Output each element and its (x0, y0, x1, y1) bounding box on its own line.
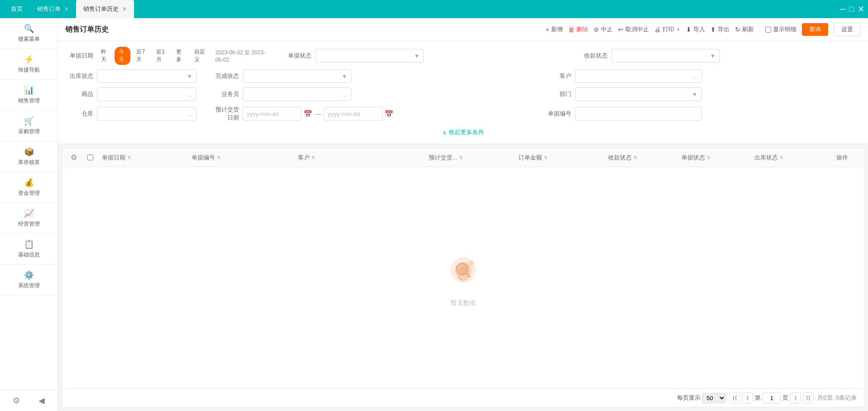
goods-label: 商品 (65, 90, 97, 98)
th-amount[interactable]: 订单金额 ⇅ (515, 154, 604, 162)
print-button[interactable]: 🖨 打印 ▼ (654, 25, 681, 34)
date-label: 单据日期 (65, 52, 97, 60)
out-status-select[interactable]: ▼ (97, 69, 197, 83)
th-out-status[interactable]: 出库状态 ⇅ (751, 154, 824, 162)
display-toggle-checkbox[interactable] (765, 27, 771, 33)
goods-input[interactable]: ... (97, 87, 197, 101)
refresh-icon: ↻ (735, 26, 740, 33)
tab-home[interactable]: 首页 (4, 0, 30, 18)
date-btn-more[interactable]: 更多 (172, 47, 188, 65)
sidebar-item-ops-mgmt[interactable]: 📈 经营管理 (0, 203, 58, 234)
th-pay-status[interactable]: 收款状态 ⇅ (604, 154, 678, 162)
page-title: 销售订单历史 (65, 25, 109, 34)
collapse-btn[interactable]: ∧ 收起更多条件 (442, 126, 484, 138)
delivery-date-label: 预计交货日期 (211, 106, 243, 122)
sort-delivery-icon: ⇅ (459, 155, 463, 160)
quick-nav-icon: ⚡ (24, 54, 34, 64)
date-btn-custom[interactable]: 自定义 (190, 47, 210, 65)
purchase-mgmt-icon: 🛒 (24, 116, 34, 126)
tab-sales-order-close[interactable]: ✕ (64, 6, 69, 12)
page-header: 销售订单历史 + 新增 🗑 删除 ⊘ 中止 ↩ 取消中止 (58, 18, 868, 41)
pay-status-chevron: ▼ (710, 53, 716, 59)
date-btn-yesterday[interactable]: 昨天 (97, 47, 113, 65)
delivery-date-start-calendar[interactable]: 📅 (303, 110, 312, 118)
table-settings-btn[interactable]: ⚙ (66, 153, 82, 162)
sidebar-item-search-menu[interactable]: 🔍 搜索菜单 (0, 18, 58, 49)
settings-button[interactable]: 设置 (834, 23, 861, 36)
next-page-btn[interactable]: ⟩ (790, 392, 801, 403)
sidebar-item-label: 经营管理 (18, 220, 40, 228)
th-bill-status[interactable]: 单据状态 ⇅ (678, 154, 751, 162)
salesman-input[interactable]: ... (243, 87, 351, 101)
sidebar-item-inventory[interactable]: 📦 库存核算 (0, 141, 58, 172)
cancel-stop-button[interactable]: ↩ 取消中止 (618, 25, 649, 34)
window-maximize[interactable]: □ (849, 5, 854, 14)
window-close[interactable]: ✕ (858, 4, 864, 14)
export-icon: ⬆ (710, 26, 716, 33)
complete-status-select[interactable]: ▼ (243, 69, 351, 83)
table-select-all[interactable] (82, 155, 98, 160)
window-controls: ─ □ ✕ (839, 4, 864, 14)
dept-select[interactable]: ▼ (575, 87, 702, 101)
stop-icon: ⊘ (594, 26, 599, 33)
sidebar-item-label: 销售管理 (18, 97, 40, 105)
toolbar: + 新增 🗑 删除 ⊘ 中止 ↩ 取消中止 🖨 打印 (546, 23, 861, 36)
empty-illustration (441, 248, 486, 294)
table-area: ⚙ 单据日期 ⇅ 单据编号 ⇅ 客户 ⇅ 预计交货... (62, 148, 864, 407)
sidebar-item-label: 搜索菜单 (18, 35, 40, 43)
delivery-date-start[interactable]: yyyy-mm-dd (243, 107, 302, 121)
page-input[interactable] (762, 392, 781, 403)
stop-button[interactable]: ⊘ 中止 (594, 25, 613, 34)
tab-sales-order-history[interactable]: 销售订单历史 ✕ (76, 0, 134, 18)
delete-button[interactable]: 🗑 删除 (568, 25, 588, 34)
print-dropdown-icon: ▼ (676, 27, 681, 32)
display-toggle: 显示明细 (765, 25, 796, 34)
import-button[interactable]: ⬇ 导入 (686, 25, 705, 34)
dept-chevron: ▼ (692, 91, 698, 98)
warehouse-input[interactable]: ... (97, 107, 197, 121)
sidebar-collapse-icon[interactable]: ◀ (38, 396, 45, 406)
sidebar-item-base-info[interactable]: 📋 基础信息 (0, 234, 58, 265)
th-date[interactable]: 单据日期 ⇅ (98, 154, 188, 162)
date-btn-1month[interactable]: 近1月 (152, 47, 170, 65)
sidebar-settings-icon[interactable]: ⚙ (13, 396, 20, 406)
export-button[interactable]: ⬆ 导出 (710, 25, 729, 34)
sidebar-item-purchase-mgmt[interactable]: 🛒 采购管理 (0, 111, 58, 141)
date-btn-7days[interactable]: 近7天 (132, 47, 150, 65)
prev-page-btn[interactable]: ⟨ (742, 392, 753, 403)
query-button[interactable]: 查询 (802, 23, 828, 36)
delivery-date-end[interactable]: yyyy-mm-dd (324, 107, 383, 121)
tab-sales-order[interactable]: 销售订单 ✕ (30, 0, 76, 18)
sort-bill-status-icon: ⇅ (707, 155, 710, 160)
th-customer[interactable]: 客户 ⇅ (294, 154, 425, 162)
sidebar-item-label: 系统管理 (18, 282, 40, 290)
per-page-dropdown[interactable]: 50 10 20 100 (702, 393, 726, 403)
delivery-date-end-calendar[interactable]: 📅 (384, 110, 393, 118)
refresh-button[interactable]: ↻ 刷新 (735, 25, 754, 34)
select-all-checkbox[interactable] (87, 155, 93, 160)
bill-status-select[interactable]: ▼ (315, 49, 424, 63)
import-icon: ⬇ (686, 26, 691, 33)
sidebar-item-sales-mgmt[interactable]: 📊 销售管理 (0, 80, 58, 111)
sidebar-item-quick-nav[interactable]: ⚡ 快捷导航 (0, 49, 58, 80)
cancel-stop-icon: ↩ (618, 26, 623, 33)
filter-row-warehouse: 仓库 ... 预计交货日期 yyyy-mm-dd 📅 — yyyy-mm-dd … (65, 106, 861, 122)
sort-number-icon: ⇅ (217, 155, 221, 160)
tab-sales-order-history-close[interactable]: ✕ (122, 6, 127, 12)
last-page-btn[interactable]: ⟩⟩ (803, 392, 814, 403)
date-btn-today[interactable]: 今天 (115, 47, 130, 65)
th-delivery[interactable]: 预计交货... ⇅ (425, 154, 515, 162)
sidebar-item-finance[interactable]: 💰 资金管理 (0, 172, 58, 203)
sort-out-status-icon: ⇅ (780, 155, 783, 160)
pay-status-select[interactable]: ▼ (611, 49, 720, 63)
bill-number-input[interactable] (575, 107, 702, 121)
add-button[interactable]: + 新增 (546, 25, 563, 34)
first-page-btn[interactable]: ⟨⟨ (729, 392, 740, 403)
date-control: 昨天 今天 近7天 近1月 更多 自定义 2023-06-02 至 2023-0… (97, 47, 269, 65)
customer-input[interactable]: ... (575, 69, 702, 83)
sidebar-item-sys-mgmt[interactable]: ⚙️ 系统管理 (0, 265, 58, 295)
filter-row-date: 单据日期 昨天 今天 近7天 近1月 更多 自定义 2023-06-02 至 2… (65, 47, 861, 65)
th-number[interactable]: 单据编号 ⇅ (188, 154, 294, 162)
window-minimize[interactable]: ─ (839, 5, 845, 14)
date-quick-btns: 昨天 今天 近7天 近1月 更多 自定义 (97, 47, 210, 65)
